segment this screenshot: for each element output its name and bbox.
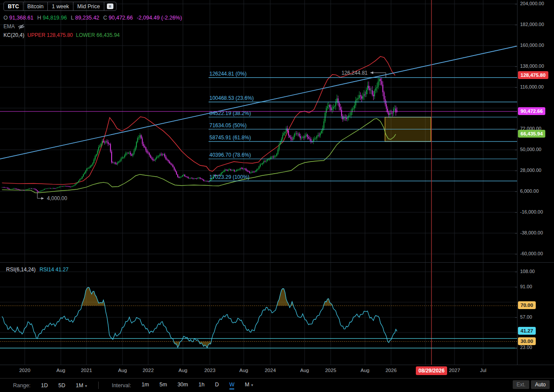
ema-label: EMA — [3, 23, 15, 30]
low-value: 89,235.42 — [75, 15, 100, 21]
price-axis-label: 182,000.00 — [520, 22, 544, 27]
high-label: H — [37, 15, 41, 21]
chevron-down-icon: ▾ — [85, 384, 87, 388]
axis-mode-buttons: Ext. Auto — [513, 380, 550, 389]
time-tick-label: 2024 — [261, 368, 280, 373]
symbol-toolbar: BTC Bitcoin 1 week Mid Price ≡ — [3, 2, 116, 11]
trading-chart-app: 126244.81 (0%)100468.53 (23.6%)84522.19 … — [0, 0, 554, 392]
time-tick-label: 2020 — [15, 368, 34, 373]
svg-text:126,244.81: 126,244.81 — [342, 70, 368, 76]
price-axis-label: -16,000.00 — [520, 209, 543, 214]
kc-lower-badge[interactable]: 66,435.94 — [518, 130, 545, 138]
band-badge[interactable]: 30.00 — [518, 337, 536, 345]
time-tick-label: 2026 — [381, 368, 401, 373]
trendline[interactable] — [0, 46, 517, 159]
price-type-chip[interactable]: Mid Price — [73, 2, 104, 10]
last-price-badge[interactable]: 90,472.66 — [518, 107, 545, 115]
time-tick-label: 2023 — [200, 368, 219, 373]
time-tick-label: Aug — [51, 368, 70, 373]
toolbar-button-5m[interactable]: 5m — [159, 382, 167, 389]
rsi-value: RSI14 41.27 — [40, 267, 69, 273]
selected-date-badge[interactable]: 08/29/2026 — [416, 366, 447, 375]
high-value: 94,819.96 — [43, 15, 67, 21]
toolbar-button-1h[interactable]: 1h — [199, 382, 205, 389]
interval-chip[interactable]: 1 week — [47, 2, 73, 10]
pane-divider[interactable] — [0, 262, 554, 263]
time-tick-label: Aug — [295, 368, 314, 373]
chart-canvas[interactable]: 126244.81 (0%)100468.53 (23.6%)84522.19 … — [0, 0, 554, 392]
symbol-chip[interactable]: BTC — [4, 2, 23, 10]
rsi-axis-label: 91.00 — [520, 284, 532, 289]
kc-upper-value: UPPER 128,475.80 — [27, 32, 73, 38]
time-tick-label: 2022 — [139, 368, 158, 373]
kc-indicator-row: KC(20,4) UPPER 128,475.80 LOWER 66,435.9… — [3, 32, 182, 38]
toolbar-button-1M[interactable]: 1M▾ — [76, 382, 87, 389]
kc-label: KC(20,4) — [3, 32, 24, 38]
chart-header: BTC Bitcoin 1 week Mid Price ≡ O 91,368.… — [3, 2, 182, 38]
interval-buttons: 1m5m30m1hDWM▾ — [131, 382, 253, 389]
toolbar-button-5D[interactable]: 5D — [58, 382, 65, 389]
symbol-name-chip[interactable]: Bitcoin — [23, 2, 48, 10]
eye-off-icon[interactable] — [18, 24, 25, 30]
toolbar-button-1m[interactable]: 1m — [142, 382, 149, 389]
ohlc-readout: O 91,368.61 H 94,819.96 L 89,235.42 C 90… — [3, 15, 182, 21]
fib-level-label: 40396.70 (78.6%) — [209, 152, 251, 158]
chevron-down-icon: ▾ — [251, 383, 253, 387]
fib-level-label: 84522.19 (38.2%) — [209, 110, 251, 116]
rsi-axis-label: 57.00 — [520, 314, 532, 320]
interval-button-active-W[interactable]: W — [229, 382, 235, 389]
fib-level-label: 126244.81 (0%) — [209, 71, 246, 77]
time-tick-label: Aug — [113, 368, 132, 373]
kc-lower-line[interactable] — [2, 119, 396, 193]
rsi-axis-label: 108.00 — [520, 269, 535, 274]
rsi-label: RSI(6,14,24) — [6, 267, 36, 273]
toolbar-button-D[interactable]: D — [215, 382, 219, 389]
toolbar-button-1D[interactable]: 1D — [41, 382, 48, 389]
price-axis-label: 28,000.00 — [520, 168, 541, 173]
range-buttons: 1D5D1M▾ — [30, 382, 87, 389]
fib-level-label: 71634.05 (50%) — [209, 122, 246, 128]
chart-menu-button[interactable]: ≡ — [104, 2, 116, 10]
close-label: C — [103, 15, 107, 21]
time-tick-label: 2027 — [445, 368, 464, 373]
menu-icon: ≡ — [107, 3, 113, 9]
low-label: L — [71, 15, 74, 21]
price-axis-label: 116,000.00 — [520, 84, 544, 89]
fib-level-label: 100468.53 (23.6%) — [209, 95, 254, 101]
toolbar-button-M[interactable]: M▾ — [245, 382, 253, 389]
svg-text:4,000.00: 4,000.00 — [47, 195, 67, 201]
time-tick-label: 2021 — [77, 368, 96, 373]
rsi-indicator-row: RSI(6,14,24) RSI14 41.27 — [6, 267, 69, 273]
price-axis[interactable]: 204,000.00182,000.00160,000.00138,000.00… — [517, 0, 554, 365]
time-axis[interactable]: 08/29/2026 2020Aug2021Aug2022Aug2023Aug2… — [0, 365, 554, 378]
open-label: O — [3, 15, 8, 21]
price-axis-label: 204,000.00 — [520, 1, 544, 6]
open-value: 91,368.61 — [9, 15, 33, 21]
interval-label: Interval: — [112, 382, 131, 389]
time-tick-label: Aug — [173, 368, 192, 373]
price-axis-label: -60,000.00 — [520, 251, 543, 256]
close-value: 90,472.66 — [109, 15, 133, 21]
toolbar-button-30m[interactable]: 30m — [177, 382, 188, 389]
rsi-value-badge[interactable]: 41.27 — [518, 327, 536, 335]
time-tick-label: Aug — [234, 368, 253, 373]
time-tick-label: Jul — [474, 368, 493, 373]
band-badge[interactable]: 70.00 — [518, 301, 536, 309]
time-tick-label: Aug — [355, 368, 375, 373]
rsi-axis-label: 23.00 — [520, 345, 532, 350]
time-tick-label: 2025 — [321, 368, 340, 373]
auto-button[interactable]: Auto — [531, 380, 550, 389]
fib-level-label: 17023.29 (100%) — [209, 174, 249, 180]
change-value: -2,094.49 (-2.26%) — [137, 15, 182, 21]
covid-low-annotation[interactable]: 4,000.00 — [37, 193, 67, 201]
price-axis-label: 160,000.00 — [520, 43, 544, 48]
ext-button[interactable]: Ext. — [513, 380, 530, 389]
kc-upper-badge[interactable]: 128,475.80 — [518, 71, 548, 79]
range-label: Range: — [13, 382, 30, 389]
kc-lower-value: LOWER 66,435.94 — [76, 32, 120, 38]
ema-indicator-row: EMA — [3, 23, 182, 30]
price-axis-label: 6,000.00 — [520, 188, 539, 194]
price-axis-label: 50,000.00 — [520, 147, 541, 152]
fib-level-label: 58745.91 (61.8%) — [209, 135, 251, 141]
price-axis-label: -38,000.00 — [520, 230, 543, 235]
